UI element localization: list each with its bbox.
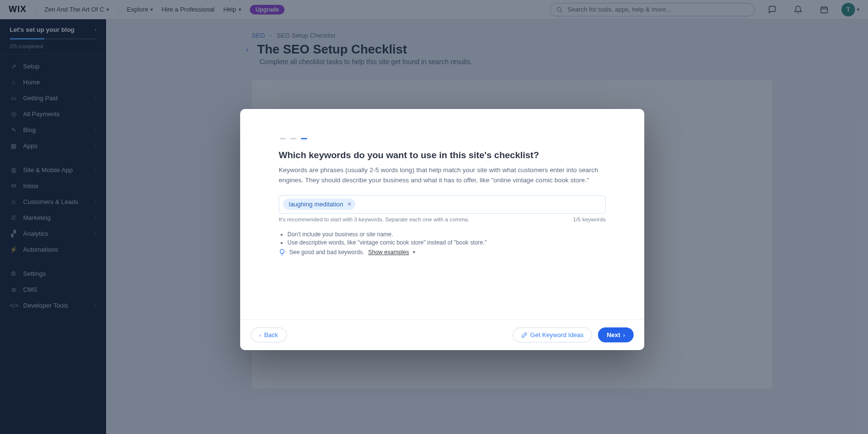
keyword-tips-list: Don't include your business or site name…	[279, 231, 606, 246]
chevron-left-icon: ‹	[259, 332, 261, 338]
chevron-right-icon: ›	[623, 332, 625, 338]
back-button[interactable]: ‹ Back	[251, 327, 287, 342]
step-indicator	[280, 138, 606, 139]
modal-description: Keywords are phrases (usually 2-5 words …	[279, 165, 606, 186]
back-button-label: Back	[264, 331, 278, 339]
next-button[interactable]: Next ›	[598, 327, 634, 342]
lightbulb-icon	[279, 249, 285, 256]
modal-footer: ‹ Back Get Keyword Ideas Next ›	[240, 319, 644, 350]
examples-tip-text: See good and bad keywords.	[289, 249, 364, 256]
remove-tag-icon[interactable]: ✕	[347, 201, 352, 207]
modal-title: Which keywords do you want to use in thi…	[279, 150, 606, 161]
keywords-input[interactable]: laughing meditation✕	[279, 195, 606, 214]
show-examples-link[interactable]: Show examples	[368, 249, 409, 256]
chevron-down-icon: ▾	[413, 249, 415, 255]
next-button-label: Next	[607, 331, 620, 339]
keyword-tag-label: laughing meditation	[289, 201, 343, 208]
keyword-tag: laughing meditation✕	[283, 199, 355, 210]
ideas-button-label: Get Keyword Ideas	[530, 331, 584, 339]
keywords-hint: It's recommended to start with 3 keyword…	[279, 217, 469, 222]
get-keyword-ideas-button[interactable]: Get Keyword Ideas	[513, 327, 593, 342]
tip-bullet: Use descriptive words, like "vintage com…	[287, 239, 606, 246]
tip-bullet: Don't include your business or site name…	[287, 231, 606, 238]
magic-wand-icon	[521, 332, 528, 338]
keywords-modal: Which keywords do you want to use in thi…	[240, 109, 644, 350]
keywords-count: 1/5 keywords	[573, 217, 606, 222]
